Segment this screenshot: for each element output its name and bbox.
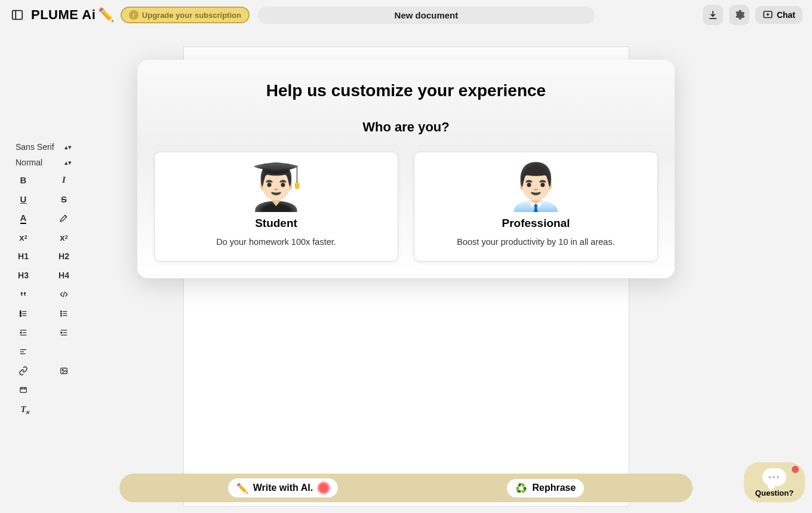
persona-card-student[interactable]: 👨🏻‍🎓 Student Do your homework 100x faste… <box>154 152 398 262</box>
card-desc: Boost your productivity by 10 in all are… <box>424 237 648 247</box>
modal-subtitle: Who are you? <box>154 119 658 135</box>
student-emoji-icon: 👨🏻‍🎓 <box>164 164 388 210</box>
card-title: Student <box>164 217 388 230</box>
card-desc: Do your homework 100x faster. <box>164 237 388 247</box>
onboarding-modal-overlay: Help us customize your experience Who ar… <box>0 0 812 513</box>
modal-title: Help us customize your experience <box>154 81 658 100</box>
professional-emoji-icon: 👨🏻‍💼 <box>424 164 648 210</box>
card-title: Professional <box>424 217 648 230</box>
persona-card-professional[interactable]: 👨🏻‍💼 Professional Boost your productivit… <box>414 152 658 262</box>
persona-cards: 👨🏻‍🎓 Student Do your homework 100x faste… <box>154 152 658 262</box>
onboarding-modal: Help us customize your experience Who ar… <box>137 60 675 278</box>
